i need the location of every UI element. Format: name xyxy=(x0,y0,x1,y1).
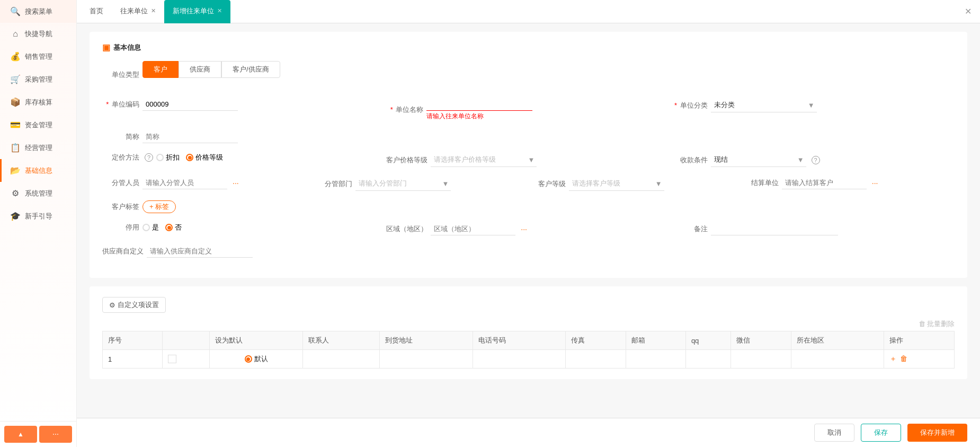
col-qq: qq xyxy=(685,331,730,350)
abbr-input[interactable] xyxy=(142,130,238,143)
field-supervisor: 分管人员 ··· xyxy=(102,177,315,189)
unit-type-customer[interactable]: 客户 xyxy=(142,61,179,78)
window-close-button[interactable]: ✕ xyxy=(960,6,976,16)
settlement-unit-more-btn[interactable]: ··· xyxy=(872,179,878,187)
supplier-custom-input[interactable] xyxy=(147,245,253,258)
department-select[interactable]: 请输入分管部门 ▼ xyxy=(355,177,451,191)
unit-code-input[interactable] xyxy=(142,98,238,111)
tab-new-partner-label: 新增往来单位 xyxy=(173,6,214,16)
sidebar-item-guide[interactable]: 🎓 新手引导 xyxy=(0,205,76,227)
unit-name-input[interactable] xyxy=(426,98,532,111)
sidebar-item-inventory[interactable]: 📦 库存核算 xyxy=(0,91,76,113)
form-content: ▣ 基本信息 单位类型 客户 供应商 客户/供应商 * xyxy=(77,23,980,418)
col-phone: 电话号码 xyxy=(473,331,566,350)
field-supplier-custom: 供应商自定义 xyxy=(102,245,955,258)
customer-level-select[interactable]: 请选择客户等级 ▼ xyxy=(569,177,664,191)
col-wechat: 微信 xyxy=(731,331,791,350)
pricing-discount-radio[interactable]: 折扣 xyxy=(156,153,180,162)
cell-fax[interactable] xyxy=(566,350,626,369)
radio-circle-yes xyxy=(142,224,150,231)
sidebar: 🔍 搜索菜单 ⌂ 快捷导航 💰 销售管理 🛒 采购管理 📦 库存核算 💳 资金管… xyxy=(0,0,77,447)
sidebar-item-label: 资金管理 xyxy=(25,120,52,130)
cancel-button[interactable]: 取消 xyxy=(814,424,854,442)
cell-default[interactable]: 默认 xyxy=(210,350,303,369)
supervisor-input[interactable] xyxy=(142,177,227,189)
col-check xyxy=(163,331,210,350)
disabled-no-radio[interactable]: 否 xyxy=(165,223,182,232)
field-unit-name: * 单位名称 请输入往来单位名称 xyxy=(386,98,670,121)
sidebar-item-label: 快捷导航 xyxy=(25,29,52,39)
payment-terms-select[interactable]: 现结 ▼ xyxy=(711,153,806,167)
sidebar-item-label: 新手引导 xyxy=(25,212,52,221)
disabled-label: 停用 xyxy=(102,223,139,232)
footer-bar: 取消 保存 保存并新增 xyxy=(77,418,980,447)
cell-phone[interactable] xyxy=(473,350,566,369)
batch-delete-btn[interactable]: 🗑 批量删除 xyxy=(102,319,955,329)
cell-address[interactable] xyxy=(379,350,473,369)
save-new-button[interactable]: 保存并新增 xyxy=(907,424,967,442)
finance-icon: 💳 xyxy=(10,120,21,130)
sidebar-item-basic[interactable]: 📂 基础信息 xyxy=(0,159,76,182)
cell-contact[interactable] xyxy=(303,350,380,369)
region-more-btn[interactable]: ··· xyxy=(521,225,527,233)
tab-new-partner-close[interactable]: ✕ xyxy=(217,7,222,14)
purchase-icon: 🛒 xyxy=(10,74,21,84)
pricing-level-radio[interactable]: 价格等级 xyxy=(186,153,223,162)
payment-terms-help-icon[interactable]: ? xyxy=(812,156,820,164)
cell-qq[interactable] xyxy=(685,350,730,369)
sidebar-item-finance[interactable]: 💳 资金管理 xyxy=(0,113,76,136)
cell-location[interactable] xyxy=(791,350,884,369)
chevron-down-icon4: ▼ xyxy=(442,180,449,188)
pricing-label: 定价方法 xyxy=(102,153,139,162)
tab-partners[interactable]: 往来单位 ✕ xyxy=(112,0,164,23)
sidebar-item-label: 销售管理 xyxy=(25,52,52,62)
customer-tag-btn[interactable]: + 标签 xyxy=(142,200,176,213)
basic-icon: 📂 xyxy=(10,165,21,176)
supplier-custom-label: 供应商自定义 xyxy=(102,247,144,256)
home-icon: ⌂ xyxy=(10,29,21,39)
unit-category-select[interactable]: 未分类 ▼ xyxy=(711,98,817,112)
unit-type-both[interactable]: 客户/供应商 xyxy=(221,61,280,78)
disabled-yes-radio[interactable]: 是 xyxy=(142,223,159,232)
unit-category-value: 未分类 xyxy=(714,100,735,110)
radio-circle-no xyxy=(165,224,173,231)
tab-new-partner[interactable]: 新增往来单位 ✕ xyxy=(164,0,230,23)
cell-wechat[interactable] xyxy=(731,350,791,369)
sidebar-item-search[interactable]: 🔍 搜索菜单 xyxy=(0,0,76,23)
sidebar-item-purchase[interactable]: 🛒 采购管理 xyxy=(0,68,76,91)
custom-settings-btn[interactable]: ⚙ 自定义项设置 xyxy=(102,297,166,313)
sidebar-item-label: 经营管理 xyxy=(25,143,52,153)
sidebar-item-system[interactable]: ⚙ 系统管理 xyxy=(0,182,76,205)
gear-icon: ⚙ xyxy=(109,301,115,309)
chevron-down-icon3: ▼ xyxy=(797,156,804,164)
sidebar-item-operations[interactable]: 📋 经营管理 xyxy=(0,136,76,159)
row-add-icon[interactable]: ＋ xyxy=(889,354,897,364)
contacts-table: 序号 设为默认 联系人 到货地址 电话号码 传真 邮箱 qq 微信 所在地区 操… xyxy=(102,331,955,369)
sidebar-bottom-btn[interactable]: ▲ xyxy=(4,426,37,443)
save-button[interactable]: 保存 xyxy=(861,424,901,442)
pricing-help-icon[interactable]: ? xyxy=(145,153,153,162)
sidebar-bottom-btn2[interactable]: ⋯ xyxy=(39,426,72,443)
section-title: 基本信息 xyxy=(113,43,141,52)
unit-name-error: 请输入往来单位名称 xyxy=(426,112,532,121)
payment-terms-value: 现结 xyxy=(714,155,728,164)
row-delete-icon[interactable]: 🗑 xyxy=(900,354,907,364)
tab-home[interactable]: 首页 xyxy=(81,0,112,23)
tab-partners-close[interactable]: ✕ xyxy=(151,7,156,14)
region-input[interactable] xyxy=(431,223,515,235)
cell-email[interactable] xyxy=(626,350,685,369)
field-payment-terms: 收款条件 现结 ▼ ? xyxy=(671,153,955,167)
unit-category-label: * 单位分类 xyxy=(671,101,708,110)
supervisor-more-btn[interactable]: ··· xyxy=(233,179,239,187)
sidebar-item-sales[interactable]: 💰 销售管理 xyxy=(0,45,76,68)
customer-price-level-select[interactable]: 请选择客户价格等级 ▼ xyxy=(431,153,537,167)
row-customer-tag: 客户标签 + 标签 xyxy=(102,200,955,213)
customer-level-placeholder: 请选择客户等级 xyxy=(572,179,620,188)
col-default: 设为默认 xyxy=(210,331,303,350)
notes-input[interactable] xyxy=(711,223,838,235)
cell-check[interactable] xyxy=(163,350,210,369)
unit-type-supplier[interactable]: 供应商 xyxy=(179,61,221,78)
field-customer-level: 客户等级 请选择客户等级 ▼ xyxy=(529,177,742,191)
sidebar-item-quicknav[interactable]: ⌂ 快捷导航 xyxy=(0,23,76,45)
settlement-unit-input[interactable] xyxy=(782,177,867,189)
